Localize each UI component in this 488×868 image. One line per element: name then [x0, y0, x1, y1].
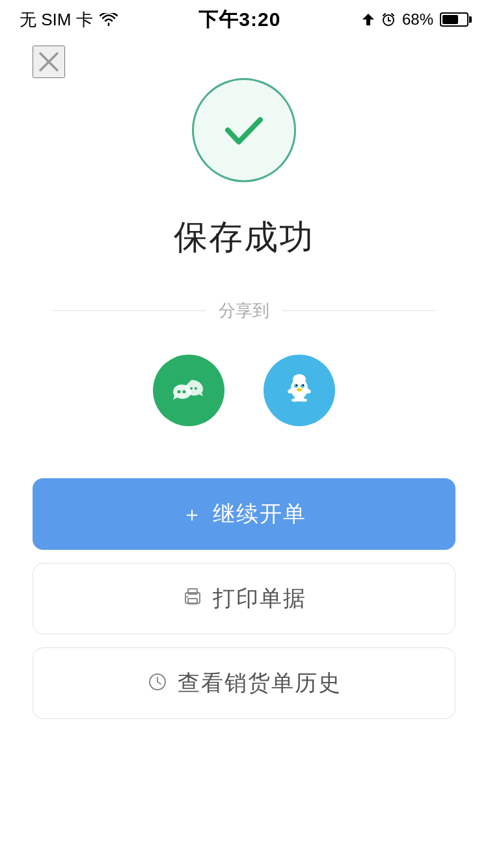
qq-share-button[interactable] — [264, 355, 335, 426]
svg-point-19 — [293, 374, 306, 385]
divider-left — [52, 310, 206, 311]
svg-point-5 — [183, 390, 186, 394]
continue-label: 继续开单 — [213, 499, 306, 529]
svg-point-6 — [190, 387, 193, 390]
print-icon — [182, 586, 204, 612]
svg-point-23 — [187, 595, 189, 597]
svg-point-7 — [195, 387, 197, 390]
share-divider: 分享到 — [0, 299, 488, 322]
print-button[interactable]: 打印单据 — [33, 563, 455, 634]
status-bar: 无 SIM 卡 下午3:20 68% — [0, 0, 488, 39]
svg-point-13 — [297, 388, 302, 392]
share-row — [153, 355, 335, 426]
wifi-icon — [100, 13, 118, 26]
status-time: 下午3:20 — [198, 7, 280, 33]
wechat-icon — [169, 370, 209, 411]
status-right: 68% — [362, 10, 468, 29]
divider-right — [282, 310, 436, 311]
success-circle — [192, 78, 296, 182]
carrier-text: 无 SIM 卡 — [20, 8, 93, 31]
svg-point-4 — [178, 390, 181, 394]
history-button[interactable]: 查看销货单历史 — [33, 647, 455, 719]
svg-point-11 — [296, 385, 297, 386]
svg-point-10 — [301, 384, 305, 388]
qq-icon — [279, 370, 319, 411]
battery-percent: 68% — [402, 10, 433, 29]
location-icon — [362, 13, 375, 26]
svg-point-18 — [301, 399, 307, 402]
history-label: 查看销货单历史 — [178, 668, 342, 698]
close-button[interactable] — [33, 46, 65, 78]
history-icon — [146, 671, 169, 696]
svg-point-12 — [303, 385, 304, 386]
svg-point-17 — [291, 399, 298, 402]
close-icon — [37, 50, 61, 74]
continue-button[interactable]: ＋ 继续开单 — [33, 478, 455, 550]
checkmark-icon — [218, 104, 270, 156]
share-label: 分享到 — [206, 299, 282, 322]
print-label: 打印单据 — [213, 584, 306, 614]
status-left: 无 SIM 卡 — [20, 8, 118, 31]
action-buttons: ＋ 继续开单 打印单据 查看销货单历史 — [0, 478, 488, 719]
main-content: 保存成功 分享到 — [0, 39, 488, 719]
alarm-icon — [381, 12, 396, 27]
success-title: 保存成功 — [174, 215, 314, 260]
battery-icon — [440, 12, 468, 27]
svg-point-9 — [294, 384, 298, 388]
plus-icon: ＋ — [182, 504, 204, 524]
wechat-share-button[interactable] — [153, 355, 224, 426]
